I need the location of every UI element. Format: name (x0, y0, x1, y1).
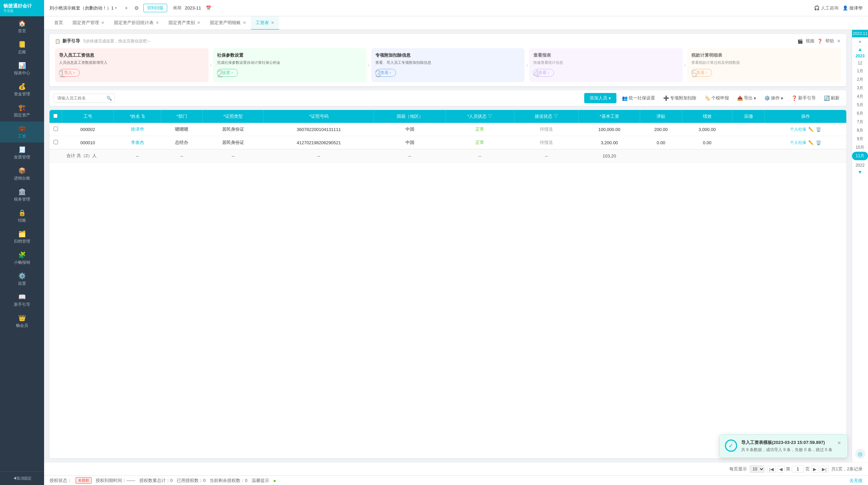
rp-month-12[interactable]: 12 (852, 59, 868, 67)
rp-month-11[interactable]: 11月 (852, 152, 868, 160)
tab-home[interactable]: 首页 (50, 16, 68, 30)
rp-month-1[interactable]: 1月 (852, 67, 868, 75)
right-calendar-panel: 2023.11 » ▲ 2023 12 1月 2月 3月 4月 5月 6月 7月… (852, 30, 868, 462)
sidebar-item-fixed[interactable]: 🏗️ 固定资产 (0, 100, 44, 122)
sidebar-item-settings[interactable]: ⚙️ 设置 (0, 269, 44, 290)
wizard-video-link[interactable]: 视频 (806, 38, 814, 44)
rp-month-4[interactable]: 4月 (852, 92, 868, 101)
rp-scroll-up-btn[interactable]: ▲ (852, 46, 868, 53)
tab-payroll[interactable]: 工资表 ✕ (251, 16, 279, 30)
tab-category-close[interactable]: ✕ (197, 20, 200, 25)
toast-close-btn[interactable]: ✕ (836, 440, 842, 446)
ai-consult-btn[interactable]: 🎧 人工咨询 (814, 5, 839, 11)
row1-delete-icon[interactable]: 🗑️ (816, 127, 821, 132)
per-page-select[interactable]: 10 20 50 (750, 465, 765, 473)
sidebar-item-expense[interactable]: 🧩 小畅报销 (0, 248, 44, 269)
add-person-button[interactable]: 添加人员 ▾ (584, 93, 616, 103)
sidebar-item-fund[interactable]: 💰 资金管理 (0, 79, 44, 100)
page-next-btn[interactable]: ▶ (811, 466, 818, 473)
rp-month-9[interactable]: 9月 (852, 135, 868, 143)
sidebar-item-ledger[interactable]: 📒 总账 (0, 37, 44, 58)
operate-chevron-icon: ▾ (781, 96, 783, 101)
row1-empid: 000002 (62, 123, 114, 136)
auth-label: 授权状态： (50, 478, 72, 484)
row1-social-insurance-link[interactable]: 个人社保 (790, 127, 806, 132)
tab-category[interactable]: 固定资产类别 ✕ (164, 16, 205, 30)
sidebar-item-home[interactable]: 🏠 首页 (0, 16, 44, 37)
row1-checkbox[interactable] (54, 127, 58, 131)
stock-icon: 📦 (18, 167, 26, 174)
switch-version-button[interactable]: 切到旧版 (143, 4, 167, 12)
export-btn[interactable]: 📤 导出 ▾ (734, 94, 759, 102)
rp-month-3[interactable]: 3月 (852, 84, 868, 92)
total-placeholder-4: -- (264, 149, 374, 163)
company-selector[interactable]: 刘小艳演示账套（勿删勿动！）1 ▾ (50, 5, 117, 11)
sidebar-item-guide[interactable]: 📖 新手引导 (0, 290, 44, 311)
tab-fixed-asset-close[interactable]: ✕ (101, 20, 104, 25)
sidebar-item-stock[interactable]: 📦 进销台账 (0, 164, 44, 185)
page-first-btn[interactable]: |◀ (767, 466, 776, 473)
tab-payroll-close[interactable]: ✕ (271, 20, 274, 25)
rp-month-10[interactable]: 10月 (852, 143, 868, 152)
search-icon[interactable]: 🔍 (106, 96, 112, 101)
tab-detail-ledger-close[interactable]: ✕ (243, 20, 246, 25)
sidebar-item-tax[interactable]: 🏛️ 税务管理 (0, 185, 44, 206)
social-icon: 👥 (622, 95, 628, 101)
row2-name-link[interactable]: 李俊杰 (131, 140, 144, 145)
sidebar-item-payroll[interactable]: 💼 工资 (0, 122, 44, 143)
rp-month-6[interactable]: 6月 (852, 109, 868, 118)
tab-fixed-asset[interactable]: 固定资产管理 ✕ (68, 16, 109, 30)
row2-base-salary: 3,200.00 (579, 136, 640, 149)
wizard-close-btn[interactable]: ✕ (837, 38, 841, 44)
operate-btn[interactable]: ⚙️ 操作 ▾ (762, 94, 786, 102)
tax-declare-btn[interactable]: 🏷️ 个税申报 (702, 94, 732, 102)
main-area: 刘小艳演示账套（勿删勿动！）1 ▾ ＋ ⚙ 切到旧版 账期 2023-11 📅 … (44, 0, 868, 485)
row2-dept: 总经办 (161, 136, 202, 149)
rp-scroll-down-btn[interactable]: ▼ (852, 169, 868, 175)
table-row: 000010 李俊杰 总经办 居民身份证 412702198206290521 … (50, 136, 846, 149)
rp-bottom-icon[interactable]: ◎ (855, 449, 865, 459)
tab-depreciation-close[interactable]: ✕ (156, 20, 159, 25)
rp-year-2023[interactable]: 2023 (852, 53, 868, 59)
rp-year-header[interactable]: 2023.11 (852, 30, 868, 37)
search-input[interactable] (54, 94, 115, 102)
tab-depreciation[interactable]: 固定资产折旧统计表 ✕ (109, 16, 164, 30)
special-deduction-btn[interactable]: ➕ 专项附加扣除 (660, 94, 699, 102)
user-info[interactable]: 👤 徐泽华 (843, 5, 863, 11)
row2-delete-icon[interactable]: 🗑️ (816, 140, 821, 145)
social-insurance-btn[interactable]: 👥 统一社保设置 (619, 94, 658, 102)
calendar-icon[interactable]: 📅 (206, 5, 211, 11)
sidebar-item-invoice[interactable]: 🧾 发票管理 (0, 143, 44, 164)
step-5-num: 5 (691, 68, 697, 80)
settings-gear-btn[interactable]: ⚙ (133, 4, 140, 12)
sidebar-item-report[interactable]: 📊 报表中心 (0, 58, 44, 79)
select-all-checkbox[interactable] (53, 114, 58, 118)
cancel-fixed-btn[interactable]: ◀取消固定 (2, 474, 42, 482)
row1-edit-icon[interactable]: ✏️ (808, 127, 814, 132)
wizard-help-link[interactable]: 帮助 (825, 38, 834, 44)
tab-detail-ledger[interactable]: 固定资产明细账 ✕ (205, 16, 251, 30)
rp-month-7[interactable]: 7月 (852, 118, 868, 126)
row2-edit-icon[interactable]: ✏️ (808, 140, 814, 145)
new-guide-btn[interactable]: ❓ 新手引导 (789, 94, 818, 102)
rp-year-2022[interactable]: 2022 (852, 162, 868, 169)
step-2-desc: 完成社保参数设置自动计算社保公积金 (217, 60, 362, 66)
rp-collapse-btn[interactable]: » (852, 37, 868, 46)
page-last-btn[interactable]: ▶| (820, 466, 828, 473)
period-label: 账期 (173, 5, 181, 11)
row2-checkbox[interactable] (54, 140, 58, 144)
go-recharge-btn[interactable]: 去充值 (849, 478, 863, 484)
sidebar-item-close[interactable]: 🔒 结账 (0, 206, 44, 227)
rp-month-2[interactable]: 2月 (852, 75, 868, 84)
row1-name-link[interactable]: 徐泽华 (131, 127, 144, 132)
page-prev-btn[interactable]: ◀ (777, 466, 785, 473)
refresh-btn[interactable]: 🔄 刷新 (821, 94, 842, 102)
rp-month-5[interactable]: 5月 (852, 101, 868, 109)
tab-fixed-asset-label: 固定资产管理 (73, 20, 99, 26)
sidebar-item-vip[interactable]: 👑 畅会员 (0, 311, 44, 332)
page-num-input[interactable] (792, 466, 804, 472)
sidebar-item-archive[interactable]: 🗂️ 归档管理 (0, 227, 44, 248)
row2-social-insurance-link[interactable]: 个人社保 (790, 140, 806, 146)
add-company-btn[interactable]: ＋ (122, 4, 130, 12)
rp-month-8[interactable]: 8月 (852, 126, 868, 135)
